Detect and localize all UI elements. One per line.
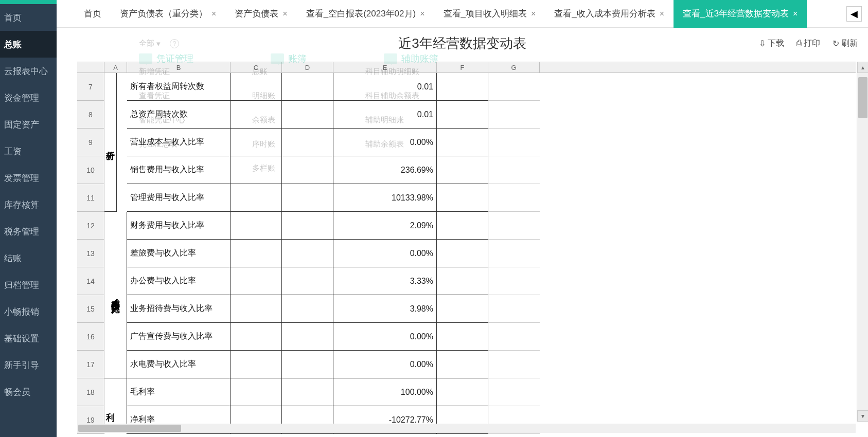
cell[interactable]: [231, 73, 282, 101]
sidebar-item-archive[interactable]: 归档管理: [0, 271, 57, 298]
sidebar-item-tax[interactable]: 税务管理: [0, 218, 57, 245]
cell[interactable]: [231, 129, 282, 156]
close-icon[interactable]: ×: [211, 9, 216, 19]
row-header[interactable]: 12: [77, 212, 104, 240]
tab-project-income[interactable]: 查看_项目收入明细表×: [434, 0, 545, 28]
cell-value[interactable]: 0.00%: [333, 323, 437, 351]
cell-label[interactable]: 业务招待费与收入比率: [127, 295, 231, 323]
sidebar-item-expense[interactable]: 小畅报销: [0, 298, 57, 325]
col-header-c[interactable]: C: [231, 62, 282, 72]
horizontal-scrollbar[interactable]: [77, 424, 856, 433]
scroll-thumb[interactable]: [78, 425, 181, 432]
cell-label[interactable]: 办公费与收入比率: [127, 267, 231, 295]
close-icon[interactable]: ×: [660, 9, 664, 19]
corner-cell[interactable]: [77, 62, 104, 72]
cell-value[interactable]: 10133.98%: [333, 184, 437, 212]
cell-value[interactable]: 0.00%: [333, 240, 437, 267]
cell[interactable]: [282, 101, 333, 129]
cell[interactable]: [437, 267, 488, 295]
col-header-e[interactable]: E: [333, 62, 437, 72]
download-button[interactable]: ⇩下载: [759, 38, 784, 49]
scroll-down-icon[interactable]: ▼: [857, 410, 868, 422]
tab-balance-reclass[interactable]: 资产负债表（重分类）×: [111, 0, 225, 28]
close-icon[interactable]: ×: [793, 9, 798, 19]
row-header[interactable]: 11: [77, 184, 104, 212]
sidebar-item-inventory[interactable]: 库存核算: [0, 191, 57, 218]
cell[interactable]: [437, 212, 488, 240]
tabs-scroll-left-icon[interactable]: ◀: [846, 6, 862, 22]
cell[interactable]: [282, 323, 333, 351]
cell-label[interactable]: 广告宣传费与收入比率: [127, 323, 231, 351]
cell-value[interactable]: 0.01: [333, 73, 437, 101]
sidebar-item-ledger[interactable]: 总账: [0, 31, 57, 58]
sidebar-item-home[interactable]: 首页: [0, 4, 57, 31]
cell-value[interactable]: 0.00%: [333, 351, 437, 378]
cell[interactable]: [488, 129, 540, 156]
sidebar-item-report-center[interactable]: 云报表中心: [0, 58, 57, 84]
cell-value[interactable]: 3.98%: [333, 295, 437, 323]
cell[interactable]: [488, 184, 540, 212]
cell[interactable]: [231, 267, 282, 295]
cell[interactable]: [282, 156, 333, 184]
cell[interactable]: [282, 378, 333, 406]
cell[interactable]: [488, 295, 540, 323]
cell[interactable]: [282, 295, 333, 323]
cell[interactable]: [282, 267, 333, 295]
cell-label[interactable]: 管理费用与收入比率: [127, 184, 231, 212]
row-header[interactable]: 13: [77, 240, 104, 267]
cell-label[interactable]: 总资产周转次数: [127, 101, 231, 129]
cell[interactable]: [437, 295, 488, 323]
cell-label[interactable]: 差旅费与收入比率: [127, 240, 231, 267]
cell[interactable]: [437, 129, 488, 156]
cell-label[interactable]: 营业成本与收入比率: [127, 129, 231, 156]
cell[interactable]: [488, 378, 540, 406]
tab-3year-trend[interactable]: 查看_近3年经营数据变动表×: [674, 0, 807, 28]
sidebar-item-fixed-assets[interactable]: 固定资产: [0, 111, 57, 138]
cell-value[interactable]: 3.33%: [333, 267, 437, 295]
cell[interactable]: [488, 212, 540, 240]
col-header-a[interactable]: A: [104, 62, 127, 72]
print-button[interactable]: ⎙打印: [796, 38, 820, 49]
cell[interactable]: [437, 323, 488, 351]
row-header[interactable]: 15: [77, 295, 104, 323]
cell[interactable]: [231, 351, 282, 378]
cell[interactable]: [282, 351, 333, 378]
cell[interactable]: [282, 73, 333, 101]
cell[interactable]: [437, 240, 488, 267]
cell-merged-cost-ratio[interactable]: 成本费用收入比: [104, 212, 127, 378]
cell[interactable]: [282, 129, 333, 156]
cell[interactable]: [231, 101, 282, 129]
cell[interactable]: [437, 378, 488, 406]
cell-label[interactable]: 所有者权益周转次数: [127, 73, 231, 101]
cell[interactable]: [231, 295, 282, 323]
col-header-b[interactable]: B: [127, 62, 231, 72]
cell-value[interactable]: 0.00%: [333, 129, 437, 156]
scroll-up-icon[interactable]: ▲: [857, 62, 868, 73]
tab-balance[interactable]: 资产负债表×: [225, 0, 296, 28]
sidebar-item-funds[interactable]: 资金管理: [0, 84, 57, 111]
cell[interactable]: [231, 378, 282, 406]
cell[interactable]: [437, 184, 488, 212]
cell[interactable]: [488, 323, 540, 351]
close-icon[interactable]: ×: [420, 9, 424, 19]
tab-blank-report[interactable]: 查看_空白报表(2023年02月)×: [297, 0, 434, 28]
cell[interactable]: [231, 212, 282, 240]
row-header[interactable]: 10: [77, 156, 104, 184]
sidebar-item-salary[interactable]: 工资: [0, 138, 57, 165]
cell[interactable]: [282, 240, 333, 267]
cell[interactable]: [231, 323, 282, 351]
sidebar-item-guide[interactable]: 新手引导: [0, 352, 57, 378]
close-icon[interactable]: ×: [531, 9, 536, 19]
cell[interactable]: [282, 184, 333, 212]
tab-home[interactable]: 首页: [75, 0, 111, 28]
cell[interactable]: [488, 267, 540, 295]
sidebar-item-member[interactable]: 畅会员: [0, 378, 57, 405]
cell-label[interactable]: 财务费用与收入比率: [127, 212, 231, 240]
cell[interactable]: [488, 351, 540, 378]
scroll-thumb[interactable]: [858, 77, 867, 118]
cell[interactable]: [488, 156, 540, 184]
row-header[interactable]: 18: [77, 378, 104, 406]
row-header[interactable]: 14: [77, 267, 104, 295]
cell[interactable]: [488, 240, 540, 267]
cell[interactable]: [437, 351, 488, 378]
